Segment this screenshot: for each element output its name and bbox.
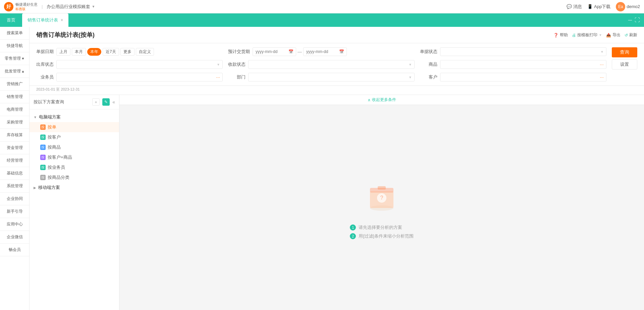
sidebar-item-enterprise[interactable]: 企业协同 xyxy=(0,193,29,205)
collapse-panel-btn[interactable]: « xyxy=(112,99,115,105)
sidebar-item-operations[interactable]: 经营管理 xyxy=(0,154,29,167)
avatar: Ea xyxy=(616,2,625,11)
tab-close-btn[interactable]: × xyxy=(61,18,63,22)
more-btn[interactable]: 更多 xyxy=(120,48,135,56)
last-month-btn[interactable]: 上月 xyxy=(56,48,70,56)
settings-button[interactable]: 设置 xyxy=(612,59,637,69)
refresh-btn[interactable]: ↺ 刷新 xyxy=(625,32,637,38)
scheme-label-3: 按客户+商品 xyxy=(48,154,72,160)
tree-item-by-customer[interactable]: 按 按客户 xyxy=(30,132,119,142)
sidebar-item-quicknav[interactable]: 快捷导航 xyxy=(0,40,29,52)
date-label: 单据日期 xyxy=(36,49,54,55)
tip-number-1: 1 xyxy=(350,224,356,230)
empty-state: ? 1 请先选择要分析的方案 2 用[过滤]条件来缩小分析范围 xyxy=(119,105,644,310)
sidebar-item-ecommerce[interactable]: 电商管理 xyxy=(0,103,29,116)
company-selector[interactable]: 办公用品行业模拟账套 ▼ xyxy=(47,4,95,10)
left-panel-header: 按以下方案查询 ＋ ✎ « xyxy=(30,95,119,109)
sidebar-item-search[interactable]: 搜索菜单 xyxy=(0,27,29,40)
scheme-label-0: 按单 xyxy=(48,124,56,130)
tree-parent-label: 电脑端方案 xyxy=(39,114,61,120)
sidebar-item-basic[interactable]: 基础信息 xyxy=(0,167,29,180)
this-year-btn[interactable]: 本年 xyxy=(87,48,101,56)
sidebar-item-finance[interactable]: 资金管理 xyxy=(0,142,29,154)
tree-expand-icon: ▼ xyxy=(34,115,37,119)
help-btn[interactable]: ❓ 帮助 xyxy=(553,32,568,38)
tree-expand-mobile-icon: ▶ xyxy=(34,186,36,190)
query-button[interactable]: 查询 xyxy=(612,47,637,57)
sidebar: 搜索菜单 快捷导航 零售管理 ▼ 批发管理 ▲ 营销推广 销售管理 电商管理 采… xyxy=(0,27,30,310)
empty-tip-1: 1 请先选择要分析的方案 xyxy=(350,224,413,230)
app-download-btn[interactable]: 📱 App下载 xyxy=(587,4,610,10)
filter-date-field: 单据日期 上月 本月 本年 近7天 更多 自定义 xyxy=(36,47,223,56)
sidebar-item-retail[interactable]: 零售管理 ▼ xyxy=(0,52,29,65)
inner-layout: 按以下方案查询 ＋ ✎ « ▼ 电脑端方案 按 按单 按 xyxy=(30,95,644,310)
salesperson-input[interactable] xyxy=(56,73,223,82)
tree-item-by-customer-goods[interactable]: 按 按客户+商品 xyxy=(30,152,119,162)
sidebar-item-member[interactable]: 畅会员 xyxy=(0,244,29,256)
goods-dots-btn[interactable]: ··· xyxy=(600,62,604,67)
refresh-icon: ↺ xyxy=(625,33,628,38)
last7-btn[interactable]: 近7天 xyxy=(103,48,119,56)
date-to-wrapper: 📅 xyxy=(303,47,347,56)
tip-number-2: 2 xyxy=(350,233,356,239)
sidebar-item-system[interactable]: 系统管理 xyxy=(0,180,29,193)
print-btn[interactable]: 🖨 按模板打印 ▼ xyxy=(572,32,602,38)
scheme-icon-4: 按 xyxy=(40,165,46,170)
calendar-to-icon: 📅 xyxy=(339,49,344,54)
filter-grid: 单据日期 上月 本月 本年 近7天 更多 自定义 预计交货期 xyxy=(36,47,606,82)
bill-status-control: ▼ xyxy=(440,47,606,56)
tree-item-by-order[interactable]: 按 按单 xyxy=(30,122,119,132)
custom-btn[interactable]: 自定义 xyxy=(136,48,154,56)
maximize-btn[interactable]: ⛶ xyxy=(635,17,640,23)
tree-parent-pc[interactable]: ▼ 电脑端方案 xyxy=(30,112,119,122)
expected-date-label: 预计交货期 xyxy=(228,49,250,55)
sidebar-item-newuser[interactable]: 新手引导 xyxy=(0,205,29,218)
calendar-from-icon: 📅 xyxy=(288,49,293,54)
payment-status-select[interactable] xyxy=(248,60,415,69)
sidebar-item-sales[interactable]: 销售管理 xyxy=(0,91,29,103)
out-status-label: 出库状态 xyxy=(36,61,54,67)
sidebar-item-wholesale[interactable]: 批发管理 ▲ xyxy=(0,65,29,78)
bill-status-select[interactable] xyxy=(440,47,606,56)
scheme-label-5: 按商品分类 xyxy=(48,174,69,180)
sidebar-item-marketing[interactable]: 营销推广 xyxy=(0,78,29,91)
user-name: demo2 xyxy=(627,4,640,9)
filter-salesperson-field: 业务员 ··· xyxy=(36,73,223,82)
filter-out-status-field: 出库状态 ▼ xyxy=(36,60,223,69)
content-area: 销售订单统计表(按单) ❓ 帮助 🖨 按模板打印 ▼ 📤 导出 ↺ 刷新 xyxy=(30,27,644,310)
minimize-btn[interactable]: ─ xyxy=(628,17,632,23)
page-header: 销售订单统计表(按单) ❓ 帮助 🖨 按模板打印 ▼ 📤 导出 ↺ 刷新 xyxy=(30,27,644,43)
out-status-select[interactable] xyxy=(56,60,223,69)
edit-scheme-btn[interactable]: ✎ xyxy=(102,98,110,106)
left-panel: 按以下方案查询 ＋ ✎ « ▼ 电脑端方案 按 按单 按 xyxy=(30,95,119,310)
tree-item-by-salesperson[interactable]: 按 按业务员 xyxy=(30,162,119,172)
sidebar-item-purchase[interactable]: 采购管理 xyxy=(0,116,29,129)
filter-bill-status-field: 单据状态 ▼ xyxy=(420,47,606,56)
date-buttons-group: 上月 本月 本年 近7天 更多 自定义 xyxy=(56,48,223,56)
salesperson-dots-btn[interactable]: ··· xyxy=(216,74,220,80)
message-btn[interactable]: 💬 消息 xyxy=(567,4,582,10)
tree-item-by-goods[interactable]: 按 按商品 xyxy=(30,142,119,152)
this-month-btn[interactable]: 本月 xyxy=(72,48,86,56)
action-buttons: 查询 设置 xyxy=(612,47,637,69)
collapse-more-btn[interactable]: ∧ 收起更多条件 xyxy=(119,95,644,105)
user-area[interactable]: Ea demo2 xyxy=(616,2,640,11)
export-btn[interactable]: 📤 导出 xyxy=(606,32,621,38)
tab-home[interactable]: 首页 xyxy=(0,13,22,27)
svg-rect-3 xyxy=(378,186,386,190)
customer-input[interactable] xyxy=(440,73,606,82)
sidebar-item-inventory[interactable]: 库存核算 xyxy=(0,129,29,142)
add-scheme-btn[interactable]: ＋ xyxy=(92,98,100,106)
customer-dots-btn[interactable]: ··· xyxy=(600,74,604,80)
sidebar-item-appcenter[interactable]: 应用中心 xyxy=(0,218,29,231)
tab-active[interactable]: 销售订单统计表 × xyxy=(22,13,68,27)
tree-item-by-goods-category[interactable]: 按 按商品分类 xyxy=(30,172,119,183)
sidebar-item-corpwechat[interactable]: 企业微信 xyxy=(0,231,29,244)
right-content: ∧ 收起更多条件 ? xyxy=(119,95,644,310)
tree-parent-mobile[interactable]: ▶ 移动端方案 xyxy=(30,183,119,193)
page-header-actions: ❓ 帮助 🖨 按模板打印 ▼ 📤 导出 ↺ 刷新 xyxy=(553,31,637,38)
filter-top-bar: 单据日期 上月 本月 本年 近7天 更多 自定义 预计交货期 xyxy=(30,43,644,86)
department-select[interactable] xyxy=(248,73,415,82)
goods-input[interactable] xyxy=(440,60,606,69)
logo-area[interactable]: 好 畅捷通好生意 标惠版 xyxy=(4,2,38,11)
